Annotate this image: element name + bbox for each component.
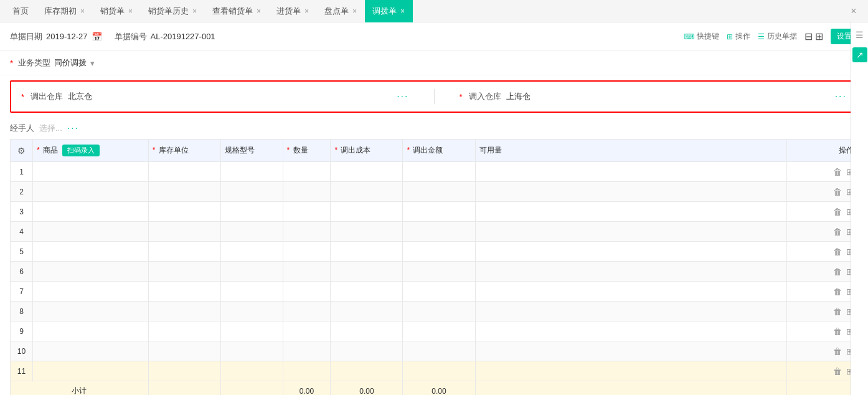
- cell-spec-10[interactable]: [220, 341, 283, 361]
- cell-spec-1[interactable]: [220, 162, 283, 182]
- tab-stocktake[interactable]: 盘点单 ×: [317, 0, 365, 22]
- delete-icon-10[interactable]: 🗑: [833, 346, 842, 356]
- cell-qty-10[interactable]: [283, 341, 331, 361]
- cell-spec-9[interactable]: [220, 321, 283, 341]
- cell-product-7[interactable]: [33, 282, 149, 302]
- cell-unit-8[interactable]: [148, 302, 220, 321]
- tab-transfer[interactable]: 调拨单 ×: [365, 0, 413, 22]
- cell-unit-4[interactable]: [148, 222, 220, 242]
- cell-qty-9[interactable]: [283, 321, 331, 341]
- cell-spec-6[interactable]: [220, 262, 283, 282]
- cell-spec-4[interactable]: [220, 222, 283, 242]
- cell-unit-5[interactable]: [148, 242, 220, 262]
- cell-cost-9[interactable]: [331, 321, 403, 341]
- cell-spec-2[interactable]: [220, 182, 283, 202]
- cell-available-8[interactable]: [475, 302, 786, 321]
- cell-amount-9[interactable]: [403, 321, 475, 341]
- cell-available-4[interactable]: [475, 222, 786, 242]
- cell-qty-4[interactable]: [283, 222, 331, 242]
- cell-spec-5[interactable]: [220, 242, 283, 262]
- cell-amount-5[interactable]: [403, 242, 475, 262]
- col-gear[interactable]: ⚙: [11, 140, 33, 162]
- cell-qty-6[interactable]: [283, 262, 331, 282]
- cell-cost-7[interactable]: [331, 282, 403, 302]
- cell-product-5[interactable]: [33, 242, 149, 262]
- window-close-button[interactable]: ×: [844, 2, 863, 21]
- operation-action[interactable]: ⊞ 操作: [727, 31, 750, 42]
- tab-home[interactable]: 首页: [5, 0, 37, 22]
- transfer-out-more[interactable]: ···: [397, 91, 408, 102]
- cell-cost-8[interactable]: [331, 302, 403, 321]
- cell-spec-7[interactable]: [220, 282, 283, 302]
- tab-view-sales[interactable]: 查看销货单 ×: [205, 0, 269, 22]
- cell-available-6[interactable]: [475, 262, 786, 282]
- cell-available-9[interactable]: [475, 321, 786, 341]
- delete-icon-1[interactable]: 🗑: [833, 167, 842, 177]
- layout-toggle[interactable]: ⊟ ⊞: [804, 31, 823, 42]
- cell-amount-7[interactable]: [403, 282, 475, 302]
- cell-unit-7[interactable]: [148, 282, 220, 302]
- tab-close-sales-history[interactable]: ×: [192, 7, 197, 16]
- cell-product-10[interactable]: [33, 341, 149, 361]
- cell-amount-6[interactable]: [403, 262, 475, 282]
- cell-amount-4[interactable]: [403, 222, 475, 242]
- cell-qty-7[interactable]: [283, 282, 331, 302]
- cell-available-3[interactable]: [475, 202, 786, 222]
- delete-icon-6[interactable]: 🗑: [833, 267, 842, 277]
- cell-product-2[interactable]: [33, 182, 149, 202]
- cell-available-10[interactable]: [475, 341, 786, 361]
- delete-icon-2[interactable]: 🗑: [833, 187, 842, 197]
- tab-inventory-init[interactable]: 库存期初 ×: [37, 0, 93, 22]
- gear-icon[interactable]: ⚙: [17, 146, 26, 156]
- delete-icon-3[interactable]: 🗑: [833, 207, 842, 217]
- cell-available-7[interactable]: [475, 282, 786, 302]
- cell-amount-1[interactable]: [403, 162, 475, 182]
- delete-icon-5[interactable]: 🗑: [833, 247, 842, 257]
- cell-cost-2[interactable]: [331, 182, 403, 202]
- tab-purchase[interactable]: 进货单 ×: [269, 0, 317, 22]
- calendar-icon[interactable]: 📅: [92, 32, 102, 42]
- delete-icon-8[interactable]: 🗑: [833, 307, 842, 316]
- cell-spec-8[interactable]: [220, 302, 283, 321]
- tab-close-inventory-init[interactable]: ×: [80, 7, 85, 16]
- cell-cost-3[interactable]: [331, 202, 403, 222]
- tab-close-transfer[interactable]: ×: [400, 7, 405, 16]
- cell-unit-9[interactable]: [148, 321, 220, 341]
- cell-available-2[interactable]: [475, 182, 786, 202]
- tab-close-view-sales[interactable]: ×: [257, 7, 261, 16]
- cell-available-5[interactable]: [475, 242, 786, 262]
- sidebar-export-icon[interactable]: ↗: [852, 47, 867, 62]
- cell-qty-3[interactable]: [283, 202, 331, 222]
- cell-spec-3[interactable]: [220, 202, 283, 222]
- tab-close-purchase[interactable]: ×: [304, 7, 309, 16]
- cell-qty-1[interactable]: [283, 162, 331, 182]
- handler-select[interactable]: 选择...: [39, 123, 62, 134]
- tab-sales-order[interactable]: 销货单 ×: [93, 0, 141, 22]
- handler-more[interactable]: ···: [67, 123, 79, 134]
- cell-product-1[interactable]: [33, 162, 149, 182]
- cell-cost-5[interactable]: [331, 242, 403, 262]
- cell-cost-4[interactable]: [331, 222, 403, 242]
- transfer-in-more[interactable]: ···: [835, 91, 847, 102]
- cell-product-3[interactable]: [33, 202, 149, 222]
- cell-unit-6[interactable]: [148, 262, 220, 282]
- cell-product-4[interactable]: [33, 222, 149, 242]
- cell-unit-3[interactable]: [148, 202, 220, 222]
- cell-qty-8[interactable]: [283, 302, 331, 321]
- cell-amount-3[interactable]: [403, 202, 475, 222]
- cell-cost-1[interactable]: [331, 162, 403, 182]
- cell-cost-10[interactable]: [331, 341, 403, 361]
- cell-cost-6[interactable]: [331, 262, 403, 282]
- biz-type-dropdown-icon[interactable]: ▾: [90, 59, 95, 68]
- delete-icon-7[interactable]: 🗑: [833, 287, 842, 297]
- tab-close-sales-order[interactable]: ×: [128, 7, 133, 16]
- cell-unit-1[interactable]: [148, 162, 220, 182]
- delete-icon-11[interactable]: 🗑: [833, 366, 842, 376]
- shortcut-action[interactable]: ⌨ 快捷键: [684, 31, 719, 42]
- delete-icon-4[interactable]: 🗑: [833, 227, 842, 237]
- history-action[interactable]: ☰ 历史单据: [758, 31, 797, 42]
- cell-amount-8[interactable]: [403, 302, 475, 321]
- cell-unit-10[interactable]: [148, 341, 220, 361]
- cell-qty-5[interactable]: [283, 242, 331, 262]
- sidebar-note-icon[interactable]: ☰: [852, 27, 867, 42]
